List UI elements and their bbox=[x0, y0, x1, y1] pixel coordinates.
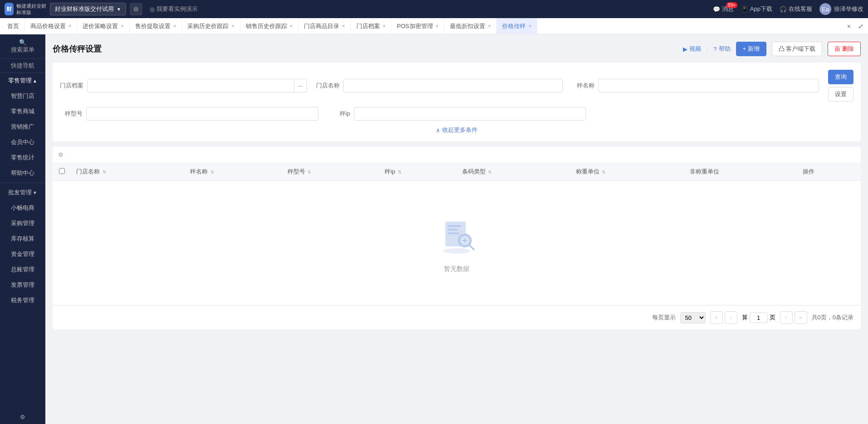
th-store-name: 门店名称 ⇅ bbox=[71, 163, 185, 181]
page-size-label: 每页显示 bbox=[652, 313, 676, 322]
tab-purchase-strategy[interactable]: 进价策略设置 × bbox=[77, 18, 129, 34]
tab-store-catalog[interactable]: 门店商品目录 × bbox=[298, 18, 351, 34]
tab-home[interactable]: 首页 bbox=[2, 18, 25, 34]
scale-ip-label: 秤ip bbox=[327, 110, 350, 118]
tab-pos-encrypt[interactable]: POS加密管理 × bbox=[391, 18, 444, 34]
first-page-button[interactable]: « bbox=[710, 311, 723, 324]
add-button[interactable]: + 新增 bbox=[736, 42, 766, 56]
version-selector[interactable]: 好业财标准版交付试用 ▼ bbox=[50, 3, 126, 15]
app-download-button[interactable]: 📱 App下载 bbox=[741, 5, 772, 13]
sidebar-item-smart-store[interactable]: 智慧门店 bbox=[0, 88, 45, 104]
tab-store-profile[interactable]: 门店档案 × bbox=[351, 18, 391, 34]
page-size-select[interactable]: 10 20 50 100 bbox=[680, 312, 706, 323]
tab-min-discount[interactable]: 最低折扣设置 × bbox=[444, 18, 497, 34]
scale-model-label: 秤型号 bbox=[60, 110, 83, 118]
tab-maximize-button[interactable]: ⤢ bbox=[855, 21, 866, 32]
svg-point-0 bbox=[443, 248, 470, 254]
tab-close-icon[interactable]: × bbox=[528, 24, 531, 29]
page-number-input[interactable] bbox=[750, 313, 768, 323]
prev-page-button[interactable]: ‹ bbox=[725, 311, 737, 324]
store-name-input[interactable] bbox=[343, 79, 563, 92]
chevron-down-icon: ▼ bbox=[117, 7, 121, 12]
help-link[interactable]: ? 帮助 bbox=[713, 45, 730, 53]
tab-product-price[interactable]: 商品价格设置 × bbox=[25, 18, 77, 34]
last-page-button[interactable]: » bbox=[795, 311, 807, 324]
tab-close-icon[interactable]: × bbox=[436, 24, 439, 29]
svg-rect-3 bbox=[448, 229, 458, 231]
next-page-button[interactable]: › bbox=[780, 311, 793, 324]
sidebar-item-purchase-mgmt[interactable]: 采购管理 bbox=[0, 216, 45, 231]
online-service-button[interactable]: 🎧 在线客服 bbox=[780, 5, 812, 13]
tab-close-icon[interactable]: × bbox=[231, 24, 234, 29]
store-archive-dots-button[interactable]: ··· bbox=[294, 79, 307, 92]
table-header: 门店名称 ⇅ 秤名称 ⇅ 秤型号 ⇅ 秤ip ⇅ bbox=[53, 163, 861, 181]
sidebar-item-retail-mall[interactable]: 零售商城 bbox=[0, 104, 45, 119]
content-area: 价格传秤设置 ▶ 视频 | ? 帮助 + 新增 凸 客户端下载 亩 删除 bbox=[45, 34, 868, 424]
sidebar-item-inventory[interactable]: 库存核算 bbox=[0, 231, 45, 246]
sidebar-item-wholesale-mgmt[interactable]: 批发管理 ▼ bbox=[0, 185, 45, 200]
demo-link[interactable]: ◎ 我要看实例演示 bbox=[150, 5, 198, 13]
th-barcode-type: 条码类型 ⇅ bbox=[457, 163, 571, 181]
sidebar-bottom-settings[interactable]: ⚙ bbox=[0, 410, 45, 424]
avatar: Ea bbox=[819, 3, 831, 15]
sort-icon: ⇅ bbox=[210, 169, 214, 174]
tab-close-icon[interactable]: × bbox=[488, 24, 491, 29]
chevron-up-icon: ∧ bbox=[436, 127, 440, 134]
sidebar-item-finance[interactable]: 资金管理 bbox=[0, 246, 45, 262]
scale-model-input[interactable] bbox=[86, 107, 318, 120]
sidebar-item-marketing[interactable]: 营销推广 bbox=[0, 119, 45, 135]
settings-filter-button[interactable]: 设置 bbox=[828, 87, 853, 101]
filter-row-2: 秤型号 秤ip bbox=[60, 107, 853, 120]
table-settings-icon[interactable]: ⚙ bbox=[58, 151, 63, 158]
sort-icon: ⇅ bbox=[488, 169, 492, 174]
sort-icon: ⇅ bbox=[307, 169, 311, 174]
play-icon: ▶ bbox=[683, 46, 688, 53]
top-bar: 财 畅捷通好业财 标准版 好业财标准版交付试用 ▼ ⚙ ◎ 我要看实例演示 💬 … bbox=[0, 0, 868, 18]
select-all-checkbox[interactable] bbox=[59, 168, 65, 174]
sidebar-item-member-center[interactable]: 会员中心 bbox=[0, 135, 45, 150]
tab-close-icon[interactable]: × bbox=[121, 24, 123, 29]
arrow-down-icon: ▼ bbox=[33, 190, 37, 195]
tab-price-scale[interactable]: 价格传秤 × bbox=[497, 18, 537, 34]
tab-close-icon[interactable]: × bbox=[342, 24, 345, 29]
scale-ip-input[interactable] bbox=[354, 107, 586, 120]
arrow-up-icon: ▲ bbox=[33, 78, 37, 83]
svg-rect-4 bbox=[448, 232, 459, 234]
page-label: 算 bbox=[742, 313, 748, 322]
messages-button[interactable]: 💬 消息 99+ bbox=[713, 5, 734, 13]
download-client-button[interactable]: 凸 客户端下载 bbox=[772, 42, 823, 56]
sort-icon: ⇅ bbox=[102, 169, 106, 174]
sidebar-quick-nav[interactable]: 快捷导航 bbox=[0, 59, 45, 73]
sidebar-item-ecommerce[interactable]: 小畅电商 bbox=[0, 200, 45, 216]
help-icon: ? bbox=[713, 46, 717, 53]
tab-close-all-button[interactable]: × bbox=[844, 21, 853, 32]
empty-state-icon bbox=[434, 212, 479, 258]
sidebar-item-retail-mgmt[interactable]: 零售管理 ▲ bbox=[0, 73, 45, 88]
sidebar-item-invoice[interactable]: 发票管理 bbox=[0, 277, 45, 293]
tab-purchase-history[interactable]: 采购历史价跟踪 × bbox=[182, 18, 240, 34]
sidebar-item-general-ledger[interactable]: 总账管理 bbox=[0, 262, 45, 277]
sidebar-search[interactable]: 🔍 搜索菜单 bbox=[0, 34, 45, 59]
store-archive-input[interactable] bbox=[87, 79, 294, 92]
filter-card: 门店档案 ··· 门店名称 秤名称 查询 设置 bbox=[53, 63, 861, 141]
store-name-label: 门店名称 bbox=[316, 82, 340, 90]
tab-close-icon[interactable]: × bbox=[290, 24, 293, 29]
video-link[interactable]: ▶ 视频 bbox=[683, 45, 701, 53]
store-archive-input-group: ··· bbox=[87, 79, 307, 92]
sidebar-item-tax[interactable]: 税务管理 bbox=[0, 293, 45, 308]
delete-button[interactable]: 亩 删除 bbox=[828, 42, 861, 56]
tab-close-icon[interactable]: × bbox=[68, 24, 71, 29]
query-button[interactable]: 查询 bbox=[828, 70, 853, 84]
tab-sales-history[interactable]: 销售历史价跟踪 × bbox=[240, 18, 298, 34]
scale-name-input[interactable] bbox=[598, 79, 819, 92]
data-table: 门店名称 ⇅ 秤名称 ⇅ 秤型号 ⇅ 秤ip ⇅ bbox=[53, 163, 861, 305]
user-menu[interactable]: Ea 徐泽华修改 bbox=[819, 3, 863, 15]
collapse-button[interactable]: ∧ 收起更多条件 bbox=[436, 126, 478, 134]
tab-close-icon[interactable]: × bbox=[173, 24, 176, 29]
sidebar-item-retail-stats[interactable]: 零售统计 bbox=[0, 150, 45, 165]
svg-rect-2 bbox=[448, 225, 461, 227]
sidebar-item-help-center[interactable]: 帮助中心 bbox=[0, 165, 45, 181]
tab-close-icon[interactable]: × bbox=[383, 24, 385, 29]
settings-icon[interactable]: ⚙ bbox=[130, 3, 142, 15]
tab-sale-extract[interactable]: 售价提取设置 × bbox=[130, 18, 182, 34]
